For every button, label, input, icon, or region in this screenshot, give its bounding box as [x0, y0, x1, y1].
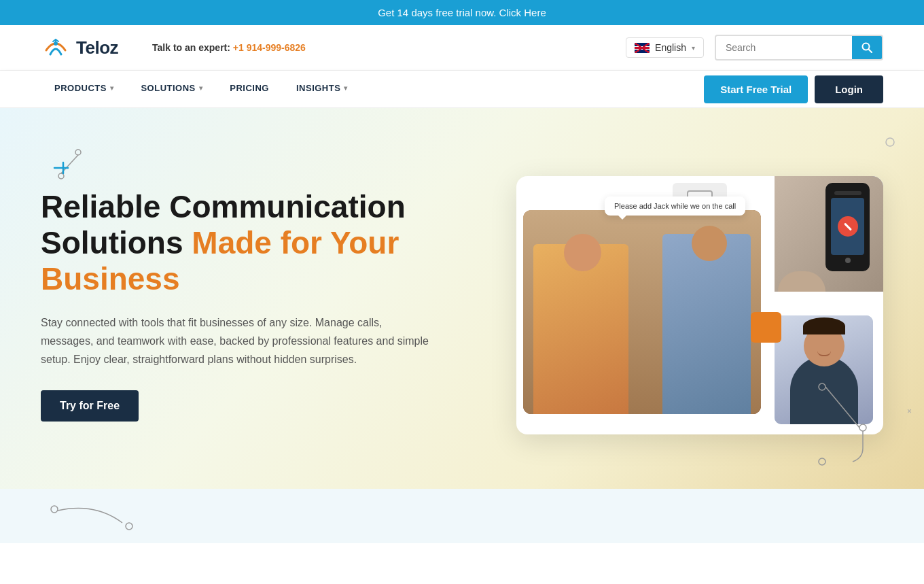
svg-point-4	[58, 173, 64, 179]
search-button[interactable]	[852, 36, 882, 59]
nav-item-pricing[interactable]: PRICING	[216, 71, 283, 107]
header: Teloz Talk to an expert: +1 914-999-6826…	[0, 25, 924, 71]
header-right: English ▾	[626, 35, 883, 61]
svg-point-11	[859, 424, 866, 431]
logo[interactable]: Teloz	[41, 37, 118, 58]
header-left: Teloz Talk to an expert: +1 914-999-6826	[41, 37, 306, 58]
nav-item-products[interactable]: PRODUCTS ▾	[41, 71, 127, 107]
photo-bg	[523, 210, 761, 414]
svg-point-16	[126, 523, 132, 530]
flag-icon	[635, 43, 650, 53]
nav-links: PRODUCTS ▾ SOLUTIONS ▾ PRICING INSIGHTS …	[41, 71, 361, 107]
chevron-down-icon: ▾	[692, 44, 695, 52]
svg-point-10	[819, 383, 825, 390]
hero-description: Stay connected with tools that fit busin…	[41, 313, 435, 369]
main-photo	[523, 210, 761, 414]
svg-point-15	[51, 506, 58, 513]
phone-hand-image	[775, 176, 883, 292]
bottom-decorative-path	[41, 496, 143, 536]
chevron-down-icon: ▾	[344, 84, 348, 92]
start-free-trial-button[interactable]: Start Free Trial	[704, 75, 808, 103]
top-banner[interactable]: Get 14 days free trial now. Click Here	[0, 0, 924, 25]
navbar: PRODUCTS ▾ SOLUTIONS ▾ PRICING INSIGHTS …	[0, 71, 924, 108]
contact-label: Talk to an expert:	[152, 42, 230, 53]
svg-line-2	[869, 50, 872, 53]
svg-point-3	[75, 150, 81, 155]
svg-text:×: ×	[907, 407, 912, 416]
decorative-top-right	[870, 122, 910, 162]
logo-text: Teloz	[76, 37, 118, 58]
svg-point-12	[819, 458, 825, 465]
hero-content: Reliable Communication Solutions Made fo…	[41, 189, 462, 422]
banner-text: Get 14 days free trial now. Click Here	[378, 7, 546, 18]
hero-title: Reliable Communication Solutions Made fo…	[41, 189, 462, 297]
language-label: English	[655, 42, 686, 53]
chevron-down-icon: ▾	[199, 84, 203, 92]
chat-bubble: Please add Jack while we on the call	[605, 196, 745, 216]
bottom-section	[0, 489, 924, 543]
contact-phone[interactable]: +1 914-999-6826	[233, 42, 306, 53]
nav-item-insights[interactable]: INSIGHTS ▾	[283, 71, 361, 107]
decorative-dots-outer: ×	[802, 353, 924, 489]
language-selector[interactable]: English ▾	[626, 37, 704, 58]
svg-point-14	[886, 138, 894, 146]
logo-icon	[41, 37, 71, 58]
hero-image-collage: Please add Jack while we on the call	[516, 176, 883, 434]
search-icon	[861, 42, 872, 53]
header-contact: Talk to an expert: +1 914-999-6826	[152, 42, 306, 53]
search-input[interactable]	[716, 37, 852, 58]
login-button[interactable]: Login	[815, 75, 883, 103]
try-for-free-button[interactable]: Try for Free	[41, 390, 139, 422]
chevron-down-icon: ▾	[110, 84, 114, 92]
nav-item-solutions[interactable]: SOLUTIONS ▾	[127, 71, 216, 107]
search-box	[715, 35, 883, 61]
hero-section: Reliable Communication Solutions Made fo…	[0, 108, 924, 489]
nav-actions: Start Free Trial Login	[704, 75, 883, 103]
orange-decoration	[751, 312, 781, 343]
chat-bubble-text: Please add Jack while we on the call	[614, 202, 736, 210]
